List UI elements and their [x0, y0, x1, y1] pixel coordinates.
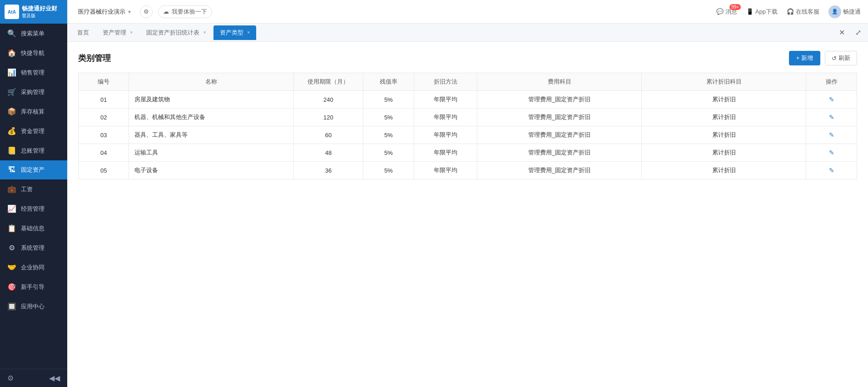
sidebar-label-sales: 销售管理 — [21, 69, 45, 77]
sidebar-item-search[interactable]: 🔍 搜索菜单 — [0, 24, 67, 43]
sidebar-item-coop[interactable]: 🤝 企业协同 — [0, 258, 67, 277]
cell-accum: 累计折旧 — [642, 162, 806, 179]
table-row: 04 运输工具 48 5% 年限平均 管理费用_固定资产折旧 累计折旧 ✎ — [79, 144, 857, 162]
cell-ops[interactable]: ✎ — [806, 144, 857, 162]
sidebar-label-operations: 经营管理 — [21, 205, 45, 213]
apps-icon: 🔲 — [7, 302, 16, 311]
tab-depreciation-stat[interactable]: 固定资产折旧统计表 × — [140, 25, 212, 40]
cell-expense: 管理费用_固定资产折旧 — [477, 91, 641, 109]
table-row: 02 机器、机械和其他生产设备 120 5% 年限平均 管理费用_固定资产折旧 … — [79, 109, 857, 126]
settings-footer-icon[interactable]: ⚙ — [7, 374, 14, 382]
sidebar-item-quicknav[interactable]: 🏠 快捷导航 — [0, 43, 67, 63]
sidebar-label-system: 系统管理 — [21, 244, 45, 252]
cell-period: 60 — [293, 126, 363, 144]
payroll-icon: 💼 — [7, 185, 16, 194]
collapse-sidebar-button[interactable]: ◀◀ — [49, 374, 60, 382]
cell-method: 年限平均 — [414, 126, 477, 144]
sidebar-item-basic-info[interactable]: 📋 基础信息 — [0, 218, 67, 238]
sidebar-label-purchase: 采购管理 — [21, 88, 45, 96]
tab-expand-button[interactable]: ⤢ — [852, 26, 864, 39]
experience-button[interactable]: ☁ 我要体验一下 — [158, 5, 212, 18]
cell-code: 03 — [79, 126, 129, 144]
online-service-button[interactable]: 🎧 在线客服 — [787, 8, 819, 16]
message-button[interactable]: 💬 消息 99+ — [716, 8, 737, 16]
table-body: 01 房屋及建筑物 240 5% 年限平均 管理费用_固定资产折旧 累计折旧 ✎… — [79, 91, 857, 179]
user-area[interactable]: 👤 畅捷通 — [828, 5, 861, 18]
cell-residual: 5% — [363, 126, 414, 144]
cell-method: 年限平均 — [414, 144, 477, 162]
category-table: 编号 名称 使用期限（月） 残值率 折旧方法 费用科目 累计折旧科目 操作 01… — [78, 73, 857, 179]
tab-asset-type-label: 资产类型 — [220, 29, 243, 37]
sidebar-item-finance[interactable]: 💰 资金管理 — [0, 121, 67, 141]
edit-button[interactable]: ✎ — [829, 149, 834, 156]
sidebar-label-fixed-assets: 固定资产 — [21, 166, 45, 174]
edit-button[interactable]: ✎ — [829, 114, 834, 121]
refresh-button[interactable]: ↺ 刷新 — [825, 51, 857, 65]
tab-asset-mgmt[interactable]: 资产管理 × — [96, 25, 139, 40]
sidebar-item-ledger[interactable]: 📒 总账管理 — [0, 141, 67, 160]
sidebar-label-quicknav: 快捷导航 — [21, 49, 45, 57]
cell-code: 05 — [79, 162, 129, 179]
sidebar-item-system[interactable]: ⚙ 系统管理 — [0, 238, 67, 258]
cell-residual: 5% — [363, 162, 414, 179]
app-version: 普及版 — [22, 13, 57, 19]
cell-ops[interactable]: ✎ — [806, 126, 857, 144]
app-name: 畅捷通好业财 — [22, 5, 57, 13]
col-period: 使用期限（月） — [293, 73, 363, 91]
tab-home[interactable]: 首页 — [71, 25, 95, 40]
basic-info-icon: 📋 — [7, 224, 16, 233]
new-button[interactable]: + 新增 — [789, 51, 820, 65]
cell-code: 04 — [79, 144, 129, 162]
sidebar-item-purchase[interactable]: 🛒 采购管理 — [0, 82, 67, 102]
main-area: 医疗器械行业演示 ▾ ⚙ ☁ 我要体验一下 💬 消息 99+ 📱 App下载 🎧… — [67, 0, 868, 387]
sidebar-label-ledger: 总账管理 — [21, 147, 45, 155]
tab-asset-type[interactable]: 资产类型 × — [213, 25, 256, 40]
cell-ops[interactable]: ✎ — [806, 91, 857, 109]
cell-period: 36 — [293, 162, 363, 179]
cell-code: 02 — [79, 109, 129, 126]
purchase-icon: 🛒 — [7, 88, 16, 96]
company-selector[interactable]: 医疗器械行业演示 ▾ — [74, 6, 134, 18]
sidebar-item-inventory[interactable]: 📦 库存核算 — [0, 102, 67, 121]
edit-button[interactable]: ✎ — [829, 131, 834, 139]
sidebar-item-fixed-assets[interactable]: 🏗 固定资产 — [0, 160, 67, 179]
col-ops: 操作 — [806, 73, 857, 91]
table-row: 05 电子设备 36 5% 年限平均 管理费用_固定资产折旧 累计折旧 ✎ — [79, 162, 857, 179]
sidebar-item-operations[interactable]: 📈 经营管理 — [0, 199, 67, 218]
sidebar-item-guide[interactable]: 🎯 新手引导 — [0, 277, 67, 297]
app-download-label: App下载 — [755, 8, 778, 16]
sidebar-label-inventory: 库存核算 — [21, 108, 45, 116]
sidebar-item-payroll[interactable]: 💼 工资 — [0, 179, 67, 199]
company-dropdown-icon: ▾ — [128, 9, 131, 15]
edit-button[interactable]: ✎ — [829, 167, 834, 174]
page-actions: + 新增 ↺ 刷新 — [789, 51, 857, 65]
user-name: 畅捷通 — [843, 8, 861, 16]
company-settings-button[interactable]: ⚙ — [140, 5, 153, 18]
cell-ops[interactable]: ✎ — [806, 109, 857, 126]
col-residual: 残值率 — [363, 73, 414, 91]
table-row: 03 器具、工具、家具等 60 5% 年限平均 管理费用_固定资产折旧 累计折旧… — [79, 126, 857, 144]
table-row: 01 房屋及建筑物 240 5% 年限平均 管理费用_固定资产折旧 累计折旧 ✎ — [79, 91, 857, 109]
sidebar: AtA 畅捷通好业财 普及版 🔍 搜索菜单 🏠 快捷导航 📊 销售管理 🛒 采购… — [0, 0, 67, 387]
tab-asset-type-close[interactable]: × — [247, 30, 250, 35]
operations-icon: 📈 — [7, 204, 16, 213]
tabbar-actions: ✕ ⤢ — [835, 26, 864, 39]
sidebar-item-apps[interactable]: 🔲 应用中心 — [0, 297, 67, 316]
app-download-button[interactable]: 📱 App下载 — [746, 8, 778, 16]
finance-icon: 💰 — [7, 127, 16, 135]
sidebar-item-sales[interactable]: 📊 销售管理 — [0, 63, 67, 82]
tab-close-button[interactable]: ✕ — [835, 26, 848, 39]
headset-icon: 🎧 — [787, 8, 794, 15]
cell-ops[interactable]: ✎ — [806, 162, 857, 179]
search-icon: 🔍 — [7, 29, 16, 38]
edit-button[interactable]: ✎ — [829, 96, 834, 103]
fixed-assets-icon: 🏗 — [7, 166, 16, 174]
tab-asset-mgmt-close[interactable]: × — [130, 30, 133, 35]
sidebar-label-search: 搜索菜单 — [21, 30, 45, 38]
cell-residual: 5% — [363, 144, 414, 162]
phone-icon: 📱 — [746, 8, 754, 15]
tab-depreciation-stat-close[interactable]: × — [203, 30, 206, 35]
avatar: 👤 — [828, 5, 841, 18]
page-title: 类别管理 — [78, 53, 111, 64]
coop-icon: 🤝 — [7, 263, 16, 272]
